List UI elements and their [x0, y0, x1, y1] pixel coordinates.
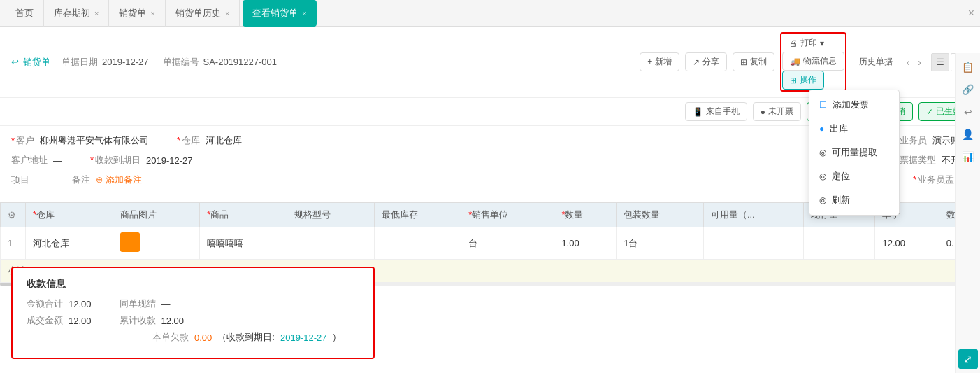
row-min-stock	[374, 227, 461, 260]
deal-amount-label: 成交金额	[27, 314, 63, 327]
tab-bar-close[interactable]: ×	[968, 7, 974, 20]
dropdown-menu: ☐ 添加发票 ● 出库 ◎ 可用量提取 ◎ 定位 ◎ 刷新	[809, 90, 900, 216]
row-stock	[804, 227, 875, 260]
main-content: ↩ 销货单 单据日期 2019-12-27 单据编号 SA-20191227-0…	[0, 27, 980, 373]
next-arrow[interactable]: ›	[916, 57, 923, 68]
right-sidebar: 📋 🔗 ↩ 👤 📊 ⤢	[955, 53, 980, 373]
doc-no-value: SA-20191227-001	[203, 57, 278, 67]
tab-home-label: 首页	[15, 7, 34, 20]
history-tab[interactable]: 历史单据	[852, 53, 900, 71]
print-button[interactable]: 🖨 打印 ▾	[782, 34, 831, 52]
col-product-img: 商品图片	[113, 203, 200, 227]
refresh-item[interactable]: ◎ 刷新	[809, 188, 899, 212]
tab-view-sales[interactable]: 查看销货单 ×	[243, 0, 316, 27]
out-warehouse-item[interactable]: ● 出库	[809, 117, 899, 141]
new-button[interactable]: + 新增	[640, 52, 679, 71]
add-note-icon: ⊕	[96, 174, 103, 185]
cumulative-payment-label: 累计收款	[120, 314, 156, 327]
add-invoice-item[interactable]: ☐ 添加发票	[809, 93, 899, 117]
tab-sales-history[interactable]: 销货单历史 ×	[166, 0, 240, 27]
same-order-settle-label: 同单现结	[120, 297, 156, 310]
tab-inventory-close[interactable]: ×	[94, 9, 99, 17]
address-label: 客户地址	[11, 154, 48, 167]
row-spec	[287, 227, 374, 260]
phone-button[interactable]: 📱 来自手机	[685, 102, 747, 121]
tab-view-sales-close[interactable]: ×	[302, 9, 306, 17]
share-label: 分享	[702, 56, 719, 68]
row-warehouse: 河北仓库	[26, 227, 113, 260]
ticket-label: 票据类型	[895, 154, 936, 167]
copy-icon: ⊞	[740, 57, 747, 67]
doc-date-label: 单据日期	[62, 56, 98, 69]
prev-arrow[interactable]: ‹	[905, 57, 911, 68]
sidebar-icon-clipboard[interactable]: 📋	[958, 57, 978, 77]
col-qty: *数量	[554, 203, 617, 227]
phone-icon: 📱	[693, 107, 703, 117]
product-image	[120, 232, 140, 252]
project-label: 项目	[11, 174, 29, 186]
deal-amount-value: 12.00	[69, 316, 92, 326]
warehouse-field: 仓库 河北仓库	[177, 134, 242, 147]
doc-title-icon: ↩	[11, 57, 19, 67]
print-arrow: ▾	[820, 38, 824, 48]
add-invoice-icon: ☐	[819, 100, 827, 110]
locate-label: 定位	[832, 170, 850, 183]
doc-header: ↩ 销货单 单据日期 2019-12-27 单据编号 SA-20191227-0…	[0, 27, 980, 98]
col-min-stock: 最低库存	[374, 203, 461, 227]
tab-view-sales-label: 查看销货单	[252, 7, 298, 20]
copy-button[interactable]: ⊞ 复制	[733, 52, 774, 71]
sidebar-icon-link[interactable]: 🔗	[958, 80, 978, 99]
balance-value: 0.00	[194, 332, 212, 343]
doc-type-label: 销货单	[23, 56, 50, 69]
out-warehouse-icon: ●	[819, 124, 824, 134]
not-open-ticket-button[interactable]: ● 未开票	[753, 102, 801, 121]
logistics-button[interactable]: 🚚 物流信息	[782, 52, 844, 71]
balance-suffix: （收款到期日:	[217, 331, 275, 344]
col-unit: *销售单位	[461, 203, 554, 227]
not-open-label: 未开票	[768, 106, 793, 118]
operations-button[interactable]: ⊞ 操作	[782, 71, 824, 90]
sidebar-icon-back[interactable]: ↩	[958, 102, 978, 122]
sidebar-icon-chart[interactable]: 📊	[958, 147, 978, 167]
tab-sales-close[interactable]: ×	[150, 9, 154, 17]
tab-sales-label: 销货单	[119, 7, 146, 20]
total-amount-item: 金额合计 12.00	[27, 297, 92, 310]
tab-sales[interactable]: 销货单 ×	[109, 0, 165, 27]
copy-label: 复制	[750, 56, 767, 68]
tab-home[interactable]: 首页	[6, 0, 44, 27]
total-amount-value: 12.00	[69, 299, 92, 309]
balance-label: 本单欠款	[152, 331, 189, 344]
sidebar-icon-expand[interactable]: ⤢	[958, 349, 978, 369]
address-value: —	[53, 155, 62, 166]
row-unit: 台	[461, 227, 554, 260]
payment-title: 收款信息	[27, 278, 359, 290]
share-button[interactable]: ↗ 分享	[685, 52, 727, 71]
tab-bar: 首页 库存期初 × 销货单 × 销货单历史 × 查看销货单 × ×	[0, 0, 980, 27]
doc-date-value: 2019-12-27	[102, 57, 149, 67]
available-qty-item[interactable]: ◎ 可用量提取	[809, 141, 899, 164]
payment-row-3: 本单欠款 0.00 （收款到期日: 2019-12-27 ）	[27, 331, 359, 344]
col-available: 可用量（...	[703, 203, 803, 227]
balance-item: 本单欠款 0.00 （收款到期日: 2019-12-27 ）	[152, 331, 341, 344]
project-field: 项目 —	[11, 174, 44, 186]
doc-meta: 单据日期 2019-12-27 单据编号 SA-20191227-001	[62, 56, 277, 69]
row-qty: 1.00	[554, 227, 617, 260]
doc-no-label: 单据编号	[163, 56, 199, 69]
locate-item[interactable]: ◎ 定位	[809, 164, 899, 188]
doc-no-field: 单据编号 SA-20191227-001	[163, 56, 278, 69]
settings-icon[interactable]: ⚙	[8, 210, 16, 220]
deal-amount-item: 成交金额 12.00	[27, 314, 92, 327]
tab-inventory[interactable]: 库存期初 ×	[44, 0, 109, 27]
table-row: 1 河北仓库 嘻嘻嘻嘻 台 1.00 1台 12.00 0.	[1, 227, 980, 260]
out-warehouse-label: 出库	[830, 122, 848, 135]
refresh-icon: ◎	[819, 195, 826, 205]
tab-sales-history-close[interactable]: ×	[225, 9, 229, 17]
list-view-button[interactable]: ☰	[931, 53, 949, 71]
add-note-label: 添加备注	[106, 174, 142, 185]
same-order-settle-item: 同单现结 —	[120, 297, 171, 310]
effect-icon: ✓	[926, 107, 933, 117]
sidebar-icon-user[interactable]: 👤	[958, 125, 978, 144]
total-amount-label: 金额合计	[27, 297, 63, 310]
tab-sales-history-label: 销货单历史	[175, 7, 221, 20]
add-note-button[interactable]: ⊕ 添加备注	[96, 174, 142, 186]
